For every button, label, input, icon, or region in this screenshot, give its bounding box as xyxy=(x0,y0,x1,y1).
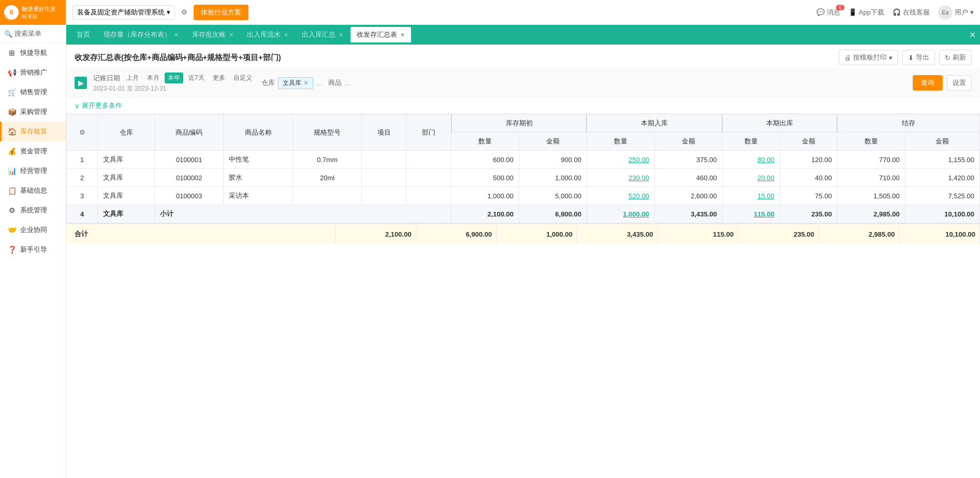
user-action[interactable]: Ea 用户 ▾ xyxy=(938,5,974,20)
sidebar-item-operation[interactable]: 📊 经营管理 xyxy=(0,161,66,181)
date-shortcuts: 上月 本月 本年 近7天 更多 自定义 xyxy=(123,73,255,83)
table-body: 1 文具库 0100001 中性笔 0.7mm 600.00 900.00 25… xyxy=(67,151,980,223)
sidebar-item-quick-nav[interactable]: ⊞ 快捷导航 xyxy=(0,43,66,63)
phone-icon: 📱 xyxy=(849,8,857,16)
purchase-icon: 📦 xyxy=(8,108,16,116)
gear-icon[interactable]: ⚙ xyxy=(181,8,187,16)
tab-in-out-flow[interactable]: 出入库流水 ✕ xyxy=(241,27,295,42)
cell-in-amt: 3,435.00 xyxy=(654,205,722,223)
sidebar-nav: ⊞ 快捷导航 📢 营销推广 🛒 销售管理 📦 采购管理 🏠 库存核算 💰 资金管… xyxy=(0,43,66,478)
tab-close-icon[interactable]: ✕ xyxy=(174,32,179,38)
th-warehouse: 仓库 xyxy=(98,114,155,151)
sidebar-item-inventory[interactable]: 🏠 库存核算 xyxy=(0,122,66,141)
footer-in-qty: 1,000.00 xyxy=(496,225,577,243)
table-subtotal-row: 4 文具库 小计 2,100.00 6,900.00 1,000.00 3,43… xyxy=(67,205,980,223)
cell-no: 1 xyxy=(67,151,98,169)
warehouse-tag[interactable]: 文具库 ✕ xyxy=(278,77,313,89)
footer-nums: 2,100.00 6,900.00 1,000.00 3,435.00 115.… xyxy=(335,225,980,243)
sidebar-item-guide[interactable]: ❓ 新手引导 xyxy=(0,240,66,259)
cell-goods-code: 0100003 xyxy=(155,187,224,205)
sidebar-item-purchase[interactable]: 📦 采购管理 xyxy=(0,102,66,122)
sidebar-header: 6 畅捷通好生意 标准版 xyxy=(0,0,66,25)
sidebar-item-marketing[interactable]: 📢 营销推广 xyxy=(0,63,66,82)
tab-stock-dist[interactable]: 现存量（库存分布表） ✕ xyxy=(97,27,185,42)
date-shortcut-this-month[interactable]: 本月 xyxy=(144,73,163,83)
th-in-group: 本期入库 xyxy=(587,114,722,133)
expand-conditions-btn[interactable]: ∨ 展开更多条件 xyxy=(75,101,122,110)
message-action[interactable]: 💬 消息 6 xyxy=(816,8,840,17)
date-shortcut-last-month[interactable]: 上月 xyxy=(123,73,142,83)
inventory-icon: 🏠 xyxy=(8,127,16,136)
print-btn[interactable]: 🖨 按模板打印 ▾ xyxy=(839,50,898,65)
search-icon: 🔍 xyxy=(4,30,12,38)
chevron-down-icon: ▾ xyxy=(889,54,893,62)
cell-out-qty[interactable]: 20.00 xyxy=(722,169,780,187)
cell-out-qty[interactable]: 80.00 xyxy=(722,151,780,169)
cell-opening-amt: 6,900.00 xyxy=(519,205,587,223)
export-btn[interactable]: ⬇ 导出 xyxy=(902,50,935,65)
table-row: 3 文具库 0100003 采访本 1,000.00 5,000.00 520.… xyxy=(67,187,980,205)
system-name-label: 装备及固定资产辅助管理系统 xyxy=(77,8,165,17)
tab-close-icon[interactable]: ✕ xyxy=(400,32,405,38)
expand-label: 展开更多条件 xyxy=(82,101,122,110)
chevron-down-icon: ▾ xyxy=(167,8,170,16)
column-settings-icon[interactable]: ⚙ xyxy=(79,128,85,136)
cell-out-qty[interactable]: 15.00 xyxy=(722,187,780,205)
cell-opening-qty: 1,000.00 xyxy=(451,187,519,205)
sidebar-item-sales[interactable]: 🛒 销售管理 xyxy=(0,82,66,102)
tab-home[interactable]: 首页 xyxy=(70,27,96,42)
app-download-action[interactable]: 📱 App下载 xyxy=(849,8,884,17)
cell-in-amt: 2,600.00 xyxy=(654,187,722,205)
cell-goods-code: 0100002 xyxy=(155,169,224,187)
cell-no: 2 xyxy=(67,169,98,187)
system-selector[interactable]: 装备及固定资产辅助管理系统 ▾ xyxy=(72,5,175,20)
sidebar-item-label: 企业协同 xyxy=(20,225,47,235)
sidebar-item-system[interactable]: ⚙ 系统管理 xyxy=(0,200,66,220)
th-settings[interactable]: ⚙ xyxy=(67,114,98,151)
cell-goods-spec xyxy=(292,187,361,205)
system-icon: ⚙ xyxy=(8,206,16,214)
date-shortcut-7days[interactable]: 近7天 xyxy=(185,73,208,83)
tab-recv-send[interactable]: 收发存汇总表 ✕ xyxy=(350,27,411,42)
cell-out-amt: 120.00 xyxy=(780,151,837,169)
goods-more[interactable]: ... xyxy=(345,79,350,87)
warehouse-tag-close[interactable]: ✕ xyxy=(303,79,309,86)
setting-btn[interactable]: 设置 xyxy=(947,75,972,91)
date-shortcut-this-year[interactable]: 本年 xyxy=(165,73,183,83)
cell-in-qty[interactable]: 230.00 xyxy=(587,169,654,187)
date-shortcut-more[interactable]: 更多 xyxy=(210,73,228,83)
cell-no: 4 xyxy=(67,205,98,223)
cell-out-qty[interactable]: 115.00 xyxy=(722,205,780,223)
sidebar-item-enterprise[interactable]: 🤝 企业协同 xyxy=(0,220,66,240)
date-filter-label: 记账日期 xyxy=(93,74,120,83)
sidebar-item-finance[interactable]: 💰 资金管理 xyxy=(0,141,66,161)
expand-conditions-row: ∨ 展开更多条件 xyxy=(66,98,980,114)
sidebar-item-basic[interactable]: 📋 基础信息 xyxy=(0,181,66,200)
close-all-tabs-icon[interactable]: ✕ xyxy=(969,30,976,40)
tab-close-icon[interactable]: ✕ xyxy=(284,32,288,38)
tab-close-icon[interactable]: ✕ xyxy=(339,32,343,38)
filter-date-group: 记账日期 上月 本月 本年 近7天 更多 自定义 2023-01-01 至 20… xyxy=(93,73,255,93)
footer-out-qty: 115.00 xyxy=(658,225,739,243)
query-btn[interactable]: 查询 xyxy=(913,75,943,91)
cell-in-amt: 375.00 xyxy=(654,151,722,169)
online-service-action[interactable]: 🎧 在线客服 xyxy=(893,8,930,17)
footer-in-amt: 3,435.00 xyxy=(577,225,658,243)
cell-in-qty[interactable]: 520.00 xyxy=(587,187,654,205)
tab-batch[interactable]: 库存批次账 ✕ xyxy=(186,27,240,42)
sidebar-item-label: 基础信息 xyxy=(20,186,47,195)
tab-in-out-summary[interactable]: 出入库汇总 ✕ xyxy=(296,27,349,42)
experience-btn[interactable]: 体验行业方案 xyxy=(194,5,248,20)
cell-in-qty[interactable]: 250.00 xyxy=(587,151,654,169)
cell-in-qty[interactable]: 1,000.00 xyxy=(587,205,654,223)
tab-close-icon[interactable]: ✕ xyxy=(229,32,233,38)
filter-actions: 查询 设置 xyxy=(913,75,972,91)
cell-project xyxy=(362,169,406,187)
filter-bar: ▶ 记账日期 上月 本月 本年 近7天 更多 自定义 2023-01-01 至 … xyxy=(66,68,980,98)
date-shortcut-custom[interactable]: 自定义 xyxy=(230,73,255,83)
sidebar-search[interactable]: 🔍 搜索菜单 xyxy=(0,25,66,43)
refresh-btn[interactable]: ↻ 刷新 xyxy=(939,50,972,65)
th-goods-code: 商品编码 xyxy=(155,114,224,151)
filter-toggle-btn[interactable]: ▶ xyxy=(75,77,87,89)
warehouse-more[interactable]: ... xyxy=(316,79,322,87)
